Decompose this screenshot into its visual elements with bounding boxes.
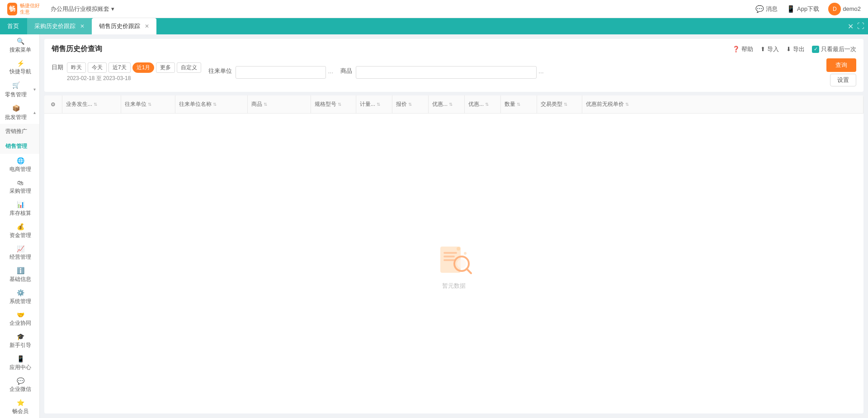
- sidebar-item-wholesale[interactable]: 📦 批发管理: [0, 101, 39, 124]
- col-qty[interactable]: 数量: [501, 95, 537, 113]
- col-discount1[interactable]: 优惠...: [429, 95, 465, 113]
- partner-ellipsis-icon[interactable]: ···: [328, 69, 333, 76]
- svg-rect-1: [443, 252, 457, 254]
- empty-illustration: 暂元数据: [434, 238, 474, 290]
- sidebar-item-operations[interactable]: 📈 经营管理: [0, 242, 39, 264]
- sidebar-item-inventory[interactable]: 📊 库存核算: [0, 198, 39, 220]
- tab-home[interactable]: 首页: [0, 18, 26, 34]
- sidebar-item-quick-nav[interactable]: ⚡ 快捷导航: [0, 57, 39, 79]
- sidebar-item-purchase[interactable]: 🛍 采购管理: [0, 176, 39, 198]
- sidebar-item-enterprise-wechat[interactable]: 💬 企业微信: [0, 374, 39, 396]
- col-measure-label: 计量...: [360, 100, 375, 108]
- col-product[interactable]: 商品: [248, 95, 311, 113]
- page-container: 销售历史价查询 ❓ 帮助 ⬆ 导入 ⬇ 导出: [40, 34, 868, 418]
- date-filter-label: 日期: [52, 62, 63, 71]
- tab-close-all-icon[interactable]: ✕: [848, 22, 854, 31]
- col-spec[interactable]: 规格型号: [311, 95, 356, 113]
- sidebar-sub-marketing[interactable]: 营销推广: [0, 124, 39, 139]
- col-unit-name-sort-icon: [213, 102, 217, 107]
- col-date[interactable]: 业务发生...: [62, 95, 121, 113]
- col-notax-price-label: 优惠前无税单价: [586, 100, 624, 108]
- col-measure[interactable]: 计量...: [356, 95, 392, 113]
- col-date-label: 业务发生...: [66, 100, 92, 108]
- sidebar-item-basic-info[interactable]: ℹ️ 基础信息: [0, 264, 39, 286]
- tab-sales-close[interactable]: ✕: [145, 23, 149, 29]
- user-action[interactable]: D demo2: [828, 3, 861, 15]
- company-dropdown[interactable]: 办公用品行业模拟账套: [47, 5, 118, 13]
- col-settings[interactable]: [44, 95, 62, 113]
- product-input-wrapper: ···: [356, 66, 544, 79]
- date-options: 昨天 今天 近7天 近1月 更多 自定义 2023-02-18 至 2023-0…: [67, 62, 201, 82]
- company-name: 办公用品行业模拟账套: [51, 5, 109, 13]
- col-unit-code-sort-icon: [148, 102, 151, 107]
- product-ellipsis-icon[interactable]: ···: [538, 69, 544, 76]
- col-unit-name[interactable]: 往来单位名称: [175, 95, 248, 113]
- partner-input[interactable]: [236, 66, 326, 79]
- import-icon: ⬆: [760, 46, 765, 52]
- sidebar-item-system[interactable]: ⚙️ 系统管理: [0, 286, 39, 308]
- tab-home-label: 首页: [7, 22, 19, 30]
- sidebar-item-purchase-label: 采购管理: [9, 187, 31, 195]
- date-btn-more[interactable]: 更多: [156, 62, 175, 73]
- svg-point-5: [457, 259, 466, 268]
- finance-icon: 💰: [17, 223, 24, 232]
- import-action[interactable]: ⬆ 导入: [760, 45, 779, 53]
- date-buttons: 昨天 今天 近7天 近1月 更多 自定义: [67, 62, 201, 73]
- product-input[interactable]: [356, 66, 537, 79]
- query-actions: ❓ 帮助 ⬆ 导入 ⬇ 导出 ✓ 只看最后一次: [732, 45, 856, 53]
- sidebar-item-new-guide[interactable]: 🎓 新手引导: [0, 330, 39, 352]
- sidebar-retail-inner: 🛒 零售管理: [5, 81, 27, 98]
- empty-svg-illustration: [434, 238, 474, 278]
- inventory-icon: 📊: [17, 200, 24, 209]
- col-unit-code[interactable]: 往来单位: [121, 95, 175, 113]
- logo: 畅 畅捷信好生意: [7, 3, 43, 15]
- sidebar-item-retail[interactable]: 🛒 零售管理: [0, 78, 39, 101]
- sidebar-item-finance[interactable]: 💰 资金管理: [0, 220, 39, 242]
- sidebar-sub-sales-mgmt[interactable]: 销售管理: [0, 139, 39, 154]
- settings-button[interactable]: 设置: [830, 74, 856, 86]
- tab-purchase-close[interactable]: ✕: [80, 23, 85, 29]
- col-trade-type-label: 交易类型: [541, 100, 562, 108]
- help-action[interactable]: ❓ 帮助: [732, 45, 753, 53]
- export-action[interactable]: ⬇ 导出: [786, 45, 805, 53]
- app-center-icon: 📱: [17, 355, 24, 364]
- main-layout: 🔍 搜索菜单 ⚡ 快捷导航 🛒 零售管理 📦 批发管理 营销推广 销售管理: [0, 34, 868, 418]
- date-btn-7days[interactable]: 近7天: [108, 62, 131, 73]
- wholesale-icon: 📦: [12, 104, 20, 113]
- app-download-action[interactable]: 📱 App下载: [787, 5, 819, 13]
- sidebar-item-system-label: 系统管理: [9, 298, 31, 305]
- message-action[interactable]: 💬 消息: [755, 5, 778, 13]
- sidebar-item-operations-label: 经营管理: [9, 253, 31, 261]
- date-btn-1month[interactable]: 近1月: [132, 62, 155, 73]
- only-latest-checkbox[interactable]: ✓: [812, 46, 819, 53]
- tab-sales-history[interactable]: 销售历史价跟踪 ✕: [92, 18, 156, 34]
- product-filter-label: 商品: [340, 66, 352, 75]
- only-latest-action[interactable]: ✓ 只看最后一次: [812, 45, 856, 53]
- sidebar-item-vip[interactable]: ⭐ 畅会员: [0, 396, 39, 418]
- date-btn-today[interactable]: 今天: [88, 62, 107, 73]
- sidebar-item-search-label: 搜索菜单: [9, 46, 31, 54]
- date-btn-yesterday[interactable]: 昨天: [67, 62, 86, 73]
- date-btn-custom[interactable]: 自定义: [177, 62, 201, 73]
- col-discount1-label: 优惠...: [432, 100, 448, 108]
- only-latest-label: 只看最后一次: [821, 45, 856, 53]
- col-trade-type[interactable]: 交易类型: [537, 95, 582, 113]
- search-button[interactable]: 查询: [826, 58, 856, 72]
- sidebar-item-ecommerce[interactable]: 🌐 电商管理: [0, 154, 39, 176]
- sidebar-wholesale-inner: 📦 批发管理: [5, 104, 27, 121]
- col-notax-price[interactable]: 优惠前无税单价: [582, 95, 863, 113]
- col-discount2[interactable]: 优惠...: [465, 95, 501, 113]
- tab-bar: 首页 采购历史价跟踪 ✕ 销售历史价跟踪 ✕ ✕ ⛶: [0, 18, 868, 34]
- sidebar-item-search[interactable]: 🔍 搜索菜单: [0, 34, 39, 57]
- tab-purchase-history[interactable]: 采购历史价跟踪 ✕: [27, 18, 92, 34]
- col-price[interactable]: 报价: [392, 95, 429, 113]
- tab-expand-icon[interactable]: ⛶: [857, 22, 864, 30]
- message-icon: 💬: [755, 5, 764, 13]
- quick-nav-icon: ⚡: [17, 59, 24, 68]
- product-filter-group: 商品 ···: [340, 66, 544, 79]
- svg-point-7: [457, 247, 460, 251]
- chevron-down-icon: [111, 5, 114, 12]
- sidebar-item-app-center[interactable]: 📱 应用中心: [0, 352, 39, 374]
- tab-purchase-label: 采购历史价跟踪: [34, 22, 75, 30]
- sidebar-item-enterprise-agreement[interactable]: 🤝 企业协同: [0, 308, 39, 330]
